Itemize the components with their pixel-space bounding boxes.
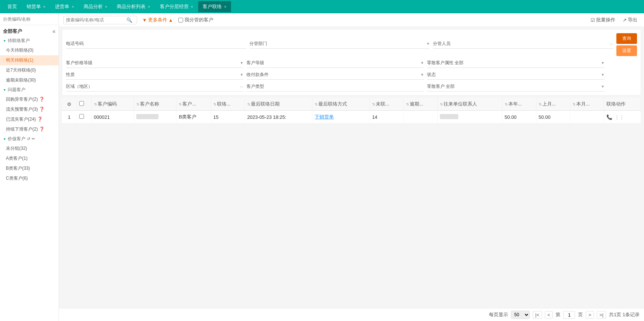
sidebar-item-churn-warning[interactable]: 流失预警客户(3) ❓ (0, 104, 59, 114)
sidebar-item-class-c[interactable]: C类客户(6) (0, 173, 59, 183)
close-icon[interactable]: × (191, 4, 193, 9)
filter-payment-terms: 收付款条件 ▼ (246, 72, 424, 80)
col-customer-code[interactable]: 客户编码 (91, 98, 134, 111)
sidebar: 🔍 全部客户 « 待联络客户 今天待联络(0) 明天待联络(1) 近7天待联络(… (0, 13, 59, 321)
filter-customer-type: 客户类型 (246, 83, 424, 92)
page-number-input[interactable] (563, 311, 575, 319)
sidebar-item-churned[interactable]: 已流失客户(24) ❓ (0, 114, 59, 124)
search-icon[interactable]: 🔍 (126, 17, 132, 23)
col-last-month[interactable]: 上月... (536, 98, 570, 111)
edit-icon[interactable]: ✏ (32, 137, 35, 141)
sidebar-search-area: 🔍 (0, 13, 59, 25)
filter-phone: 电话号码 (66, 41, 246, 49)
collapse-icon[interactable]: « (52, 28, 56, 35)
sidebar-group-value: 价值客户 ↺ ✏ (0, 134, 59, 144)
close-icon[interactable]: × (224, 4, 226, 9)
filter-status: 状态 ▼ (427, 72, 605, 80)
col-customer-name[interactable]: 客户名称 (134, 98, 176, 111)
chevron-down-icon: ▼ (420, 73, 424, 77)
prev-page-button[interactable]: < (545, 311, 553, 319)
sidebar-item-7days[interactable]: 近7天待联络(0) (0, 65, 59, 75)
reset-button[interactable]: 设置 (616, 45, 637, 56)
search-input[interactable] (66, 17, 125, 23)
last-page-button[interactable]: >| (597, 311, 606, 319)
cell-overdue (404, 111, 438, 124)
table-row: 1 000021 B类客户 15 2023-05-23 18:25: 下销货单 … (62, 111, 641, 124)
filter-row-3: 性质 ▼ 收付款条件 ▼ 状态 (66, 72, 637, 80)
sidebar-all-customers[interactable]: 全部客户 « (0, 25, 59, 36)
cell-contact-count: 15 (211, 111, 245, 124)
page-size-select[interactable]: 50 100 200 (511, 311, 530, 319)
col-last-contact-date[interactable]: 最后联络日期 (245, 98, 312, 111)
col-uncontacted[interactable]: 未联... (370, 98, 403, 111)
close-icon[interactable]: × (105, 4, 107, 9)
more-filter-button[interactable]: ▼ 更多条件 ▲ (140, 15, 175, 24)
filter-panel: 电话号码 分管部门 ▼ 分管人员 ··· (62, 29, 641, 96)
col-actions: 联络动作 (604, 98, 641, 111)
sidebar-item-declining[interactable]: 持续下滑客户(2) ❓ (0, 124, 59, 134)
customer-table: ⚙ 客户编码 客户名称 客户... 联络... 最后联络日期 最后联络方式 未联… (62, 98, 641, 124)
nav-purchase[interactable]: 进货单 × (50, 1, 78, 12)
next-page-button[interactable]: > (586, 311, 594, 319)
sidebar-item-overdue[interactable]: 逾期未联络(30) (0, 75, 59, 85)
cell-actions: 📞 ⋮⋮ (604, 111, 641, 124)
contact-icon[interactable]: 📞 (606, 114, 612, 120)
export-button[interactable]: ↗ 导出 (620, 15, 640, 24)
sidebar-item-today[interactable]: 今天待联络(0) (0, 45, 59, 55)
cell-index: 1 (62, 111, 77, 124)
filter-dept: 分管部门 ▼ (249, 41, 430, 49)
more-icon[interactable]: ··· (610, 41, 613, 46)
my-customers-checkbox-label[interactable]: 我分管的客户 (178, 17, 213, 23)
col-this-year[interactable]: 本年... (502, 98, 536, 111)
main-layout: 🔍 全部客户 « 待联络客户 今天待联络(0) 明天待联络(1) 近7天待联络(… (0, 13, 644, 321)
nav-product-analysis[interactable]: 商品分析 × (79, 1, 112, 12)
sidebar-item-repurchase-abnormal[interactable]: 回购异常客户(2) ❓ (0, 94, 59, 104)
filter-row-2: 客户价格等级 ▼ 客户等级 ▼ 零散客户属性 全部 (66, 60, 637, 68)
cell-unit-contact (438, 111, 502, 124)
cell-uncontacted: 14 (370, 111, 403, 124)
toolbar-right: ☑ 批量操作 ↗ 导出 (588, 15, 640, 24)
sidebar-item-class-a[interactable]: A类客户(1) (0, 153, 59, 163)
query-button[interactable]: 查询 (616, 33, 637, 44)
nav-sales[interactable]: 销货单 × (22, 1, 50, 12)
refresh-icon[interactable]: ↺ (27, 137, 30, 141)
close-icon[interactable]: × (71, 4, 74, 9)
nav-customer-tier[interactable]: 客户分层经营 × (155, 1, 197, 12)
gear-icon[interactable]: ⚙ (67, 101, 71, 107)
export-icon: ↗ (623, 17, 627, 23)
chevron-up-icon: ▲ (168, 17, 173, 23)
col-this-month[interactable]: 本月... (570, 98, 604, 111)
nav-home[interactable]: 首页 (3, 1, 21, 12)
select-all-checkbox[interactable] (79, 101, 84, 106)
sidebar-item-ungrouped[interactable]: 未分组(32) (0, 144, 59, 153)
nav-customer-contact[interactable]: 客户联络 × (198, 1, 231, 12)
col-settings[interactable]: ⚙ (62, 98, 77, 111)
chevron-down-icon: ▼ (601, 73, 605, 77)
sidebar-item-tomorrow[interactable]: 明天待联络(1) (0, 55, 59, 65)
cell-checkbox[interactable] (77, 111, 91, 124)
checkbox-icon: ☑ (591, 17, 595, 23)
col-last-contact-method[interactable]: 最后联络方式 (312, 98, 370, 111)
col-checkbox[interactable] (77, 98, 91, 111)
more-icon[interactable]: ··· (240, 84, 244, 89)
filter-manager: 分管人员 ··· (433, 41, 613, 49)
nav-product-analysis-list[interactable]: 商品分析列表 × (112, 1, 154, 12)
sidebar-item-class-b[interactable]: B类客户(33) (0, 163, 59, 173)
close-icon[interactable]: × (148, 4, 150, 9)
cell-customer-name[interactable] (134, 111, 176, 124)
first-page-button[interactable]: |< (533, 311, 542, 319)
cell-last-contact-method[interactable]: 下销货单 (312, 111, 370, 124)
my-customers-checkbox[interactable] (178, 18, 183, 23)
footer: 每页显示 50 100 200 |< < 第 页 > >| 共1页 1条记录 (59, 308, 644, 321)
col-unit-contact[interactable]: 往来单位联系人 (438, 98, 502, 111)
sidebar-search-input[interactable] (3, 17, 58, 22)
col-overdue[interactable]: 逾期... (404, 98, 438, 111)
sidebar-group-pending: 待联络客户 (0, 36, 59, 45)
col-contact-count[interactable]: 联络... (211, 98, 245, 111)
close-icon[interactable]: × (43, 4, 45, 9)
batch-operation-button[interactable]: ☑ 批量操作 (588, 15, 617, 24)
cell-customer-code: 000021 (91, 111, 134, 124)
row-checkbox[interactable] (79, 114, 84, 119)
col-customer-type[interactable]: 客户... (176, 98, 211, 111)
more-action-icon[interactable]: ⋮⋮ (615, 114, 624, 120)
